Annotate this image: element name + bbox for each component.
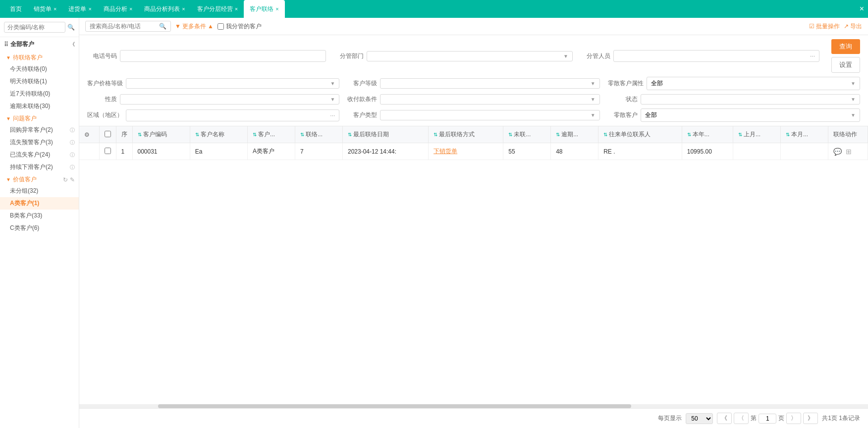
sidebar-item-repurchase-abnormal[interactable]: 回购异常客户(2) ⓘ [0, 124, 79, 136]
nav-customer-segment[interactable]: 客户分层经营 × [191, 0, 244, 18]
td-no-contact: 55 [503, 143, 551, 160]
top-nav: 首页 销货单 × 进货单 × 商品分析 × 商品分析列表 × 客户分层经营 × … [0, 0, 868, 18]
last-method-link[interactable]: 下销货单 [434, 148, 457, 155]
th-type: ⇅客户... [248, 126, 295, 143]
sidebar-item-class-a[interactable]: A类客户(1) [0, 197, 79, 210]
next-page-btn[interactable]: 〉 [786, 413, 801, 424]
nav-customer-contact[interactable]: 客户联络 × [244, 0, 284, 18]
nav-close-segment[interactable]: × [235, 6, 238, 12]
field-nature: 性质 ▼ [87, 94, 339, 105]
pagination: 每页显示 50 100 200 《 〈 第 页 〉 》 共1页 1条记录 [79, 408, 868, 428]
row-actions: 💬 ⊞ [833, 148, 863, 156]
nav-close-contact[interactable]: × [275, 6, 278, 12]
sidebar-item-7days[interactable]: 近7天待联络(0) [0, 88, 79, 100]
sidebar-group-value[interactable]: ▼ 价值客户 ↻ ✎ [0, 173, 79, 185]
page-number-input[interactable] [759, 414, 776, 424]
value-group-actions: ↻ ✎ [63, 176, 75, 183]
sidebar-all-customers[interactable]: ⠿ 全部客户 《 [0, 37, 79, 52]
nav-close-purchase[interactable]: × [88, 6, 91, 12]
retail-attr-select[interactable]: 全部 ▼ [647, 77, 860, 90]
td-last-date: 2023-04-12 14:44: [342, 143, 428, 160]
field-status: 状态 ▼ [608, 94, 860, 105]
horizontal-scrollbar[interactable] [79, 404, 868, 408]
batch-op-btn[interactable]: ☑ 批量操作 [809, 22, 840, 31]
payment-select[interactable]: ▼ [380, 94, 599, 105]
grid-action-icon[interactable]: ⊞ [846, 148, 852, 156]
region-dots-icon[interactable]: ··· [330, 112, 335, 119]
value-group-refresh-icon[interactable]: ↻ [63, 176, 68, 183]
sidebar-item-today[interactable]: 今天待联络(0) [0, 63, 79, 75]
price-level-select[interactable]: ▼ [126, 78, 339, 89]
page-size-select[interactable]: 50 100 200 [686, 413, 713, 424]
filter-search-icon[interactable]: 🔍 [159, 23, 166, 30]
table-row: 1 000031 Ea A类客户 7 2023-04-12 14:44: 下销货… [79, 143, 868, 160]
nav-close-product-list[interactable]: × [182, 6, 185, 12]
prev-page-btn[interactable]: 〈 [734, 413, 749, 424]
nav-close-sales[interactable]: × [54, 6, 56, 12]
sidebar-item-churn-warning[interactable]: 流失预警客户(3) ⓘ [0, 136, 79, 149]
td-seq: 1 [116, 143, 132, 160]
filter-search-input[interactable] [90, 23, 159, 30]
nav-product-analysis[interactable]: 商品分析 × [98, 0, 138, 18]
table-header-row: ⚙ 序 ⇅客户编码 ⇅客户名称 ⇅客户... ⇅联络... ⇅最后联络日期 ⇅最… [79, 126, 868, 143]
last-page-btn[interactable]: 》 [803, 413, 818, 424]
info-icon-churned: ⓘ [70, 152, 75, 159]
table-gear-icon[interactable]: ⚙ [84, 131, 90, 138]
td-type: A类客户 [248, 143, 295, 160]
customer-level-select[interactable]: ▼ [380, 78, 599, 89]
select-all-checkbox[interactable] [105, 131, 111, 137]
filter-more-arrow: ▲ [208, 23, 214, 30]
window-close-button[interactable]: × [860, 4, 864, 13]
batch-op-icon: ☑ [809, 23, 814, 30]
sidebar-item-tomorrow[interactable]: 明天待联络(1) [0, 75, 79, 88]
sidebar-group-pending[interactable]: ▼ 待联络客户 [0, 52, 79, 63]
nav-sales-order[interactable]: 销货单 × [28, 0, 62, 18]
filter-more-btn[interactable]: ▼ 更多条件 ▲ [175, 22, 214, 31]
sidebar-item-class-b[interactable]: B类客户(33) [0, 210, 79, 222]
sidebar-item-overdue[interactable]: 逾期未联络(30) [0, 100, 79, 112]
field-region: 区域（地区） ··· [87, 109, 339, 121]
first-page-btn[interactable]: 《 [717, 413, 732, 424]
td-code: 000031 [132, 143, 190, 160]
field-manager: 分管人员 ··· [581, 50, 819, 62]
payment-arrow: ▼ [591, 97, 596, 102]
nature-select[interactable]: ▼ [120, 94, 339, 105]
my-customers-check-input[interactable] [217, 23, 224, 30]
nav-home[interactable]: 首页 [4, 0, 28, 18]
value-group-edit-icon[interactable]: ✎ [70, 176, 75, 183]
sidebar-search-icon[interactable]: 🔍 [67, 24, 75, 31]
manager-select[interactable]: ··· [613, 50, 819, 62]
row-checkbox[interactable] [105, 148, 111, 154]
sidebar-item-ungrouped[interactable]: 未分组(32) [0, 185, 79, 197]
comment-action-icon[interactable]: 💬 [833, 148, 842, 156]
sidebar-search-input[interactable] [4, 22, 65, 33]
nav-purchase-order[interactable]: 进货单 × [62, 0, 97, 18]
sidebar-group-problem[interactable]: ▼ 问题客户 [0, 112, 79, 124]
nav-close-product[interactable]: × [129, 6, 132, 12]
th-last-month: ⇅上月... [733, 126, 781, 143]
query-button[interactable]: 查询 [831, 39, 860, 54]
field-price-level: 客户价格等级 ▼ [87, 78, 339, 89]
status-select[interactable]: ▼ [641, 94, 860, 105]
my-customers-checkbox[interactable]: 我分管的客户 [217, 22, 262, 31]
dept-select[interactable]: ▼ [367, 51, 573, 61]
customer-type-select[interactable]: ▼ [380, 110, 599, 120]
th-no-contact: ⇅未联... [503, 126, 551, 143]
filter-row-2: 客户价格等级 ▼ 客户等级 ▼ 零散客户属性 全部 [87, 77, 860, 90]
sidebar-collapse-icon[interactable]: 《 [70, 41, 75, 48]
sidebar-item-churned[interactable]: 已流失客户(24) ⓘ [0, 149, 79, 161]
retail-customer-arrow: ▼ [851, 112, 856, 118]
scrollbar-thumb[interactable] [158, 404, 631, 408]
nav-product-analysis-list[interactable]: 商品分析列表 × [138, 0, 191, 18]
retail-customer-select[interactable]: 全部 ▼ [641, 108, 860, 122]
info-icon-repurchase: ⓘ [70, 127, 75, 134]
manager-dots-icon[interactable]: ··· [810, 53, 815, 59]
region-select[interactable]: ··· [126, 109, 339, 121]
setting-button[interactable]: 设置 [831, 57, 860, 73]
phone-input[interactable] [120, 50, 326, 62]
export-btn[interactable]: ↗ 导出 [844, 22, 862, 31]
th-this-month: ⇅本月... [780, 126, 828, 143]
problem-arrow-icon: ▼ [6, 116, 11, 121]
sidebar-item-class-c[interactable]: C类客户(6) [0, 222, 79, 234]
sidebar-item-declining[interactable]: 持续下滑客户(2) ⓘ [0, 161, 79, 173]
